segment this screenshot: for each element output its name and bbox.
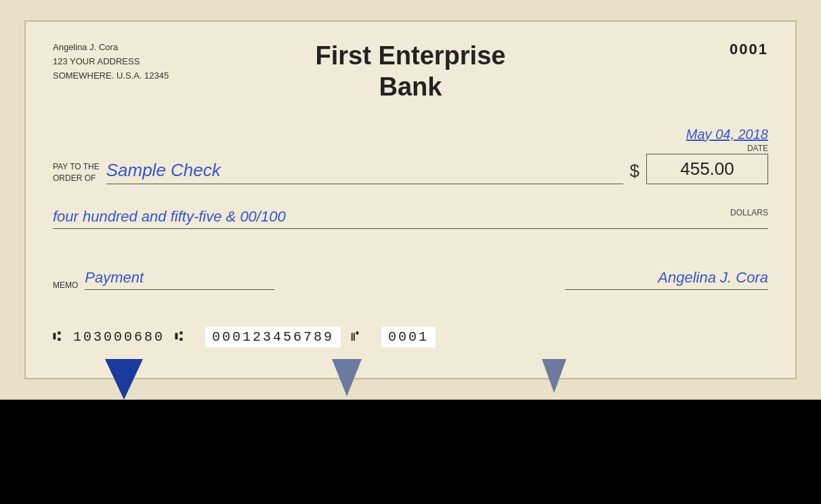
- micr-account-number: 000123456789: [205, 327, 341, 348]
- dollar-sign: $: [630, 161, 639, 184]
- memo-left: MEMO Payment: [53, 269, 274, 290]
- memo-section: MEMO Payment Angelina J. Cora: [53, 269, 768, 290]
- micr-account-close: ⑈: [341, 329, 381, 345]
- account-arrow: [332, 359, 362, 396]
- memo-label: MEMO: [53, 280, 78, 290]
- pay-to-name: Sample Check: [106, 160, 221, 180]
- micr-check-number: 0001: [381, 327, 436, 348]
- signature-value: Angelina J. Cora: [658, 269, 768, 286]
- check: 0001 First Enterprise Bank Angelina J. C…: [24, 20, 797, 379]
- micr-routing-number: 103000680: [73, 329, 165, 345]
- date-label: DATE: [686, 144, 768, 153]
- micr-routing-open: ⑆: [53, 329, 73, 345]
- pay-to-section: PAY TO THE ORDER OF Sample Check $ 455.0…: [53, 154, 768, 184]
- check-wrapper: 0001 First Enterprise Bank Angelina J. C…: [0, 0, 821, 400]
- check-arrow: [542, 359, 566, 393]
- memo-value: Payment: [85, 269, 144, 286]
- check-number-top: 0001: [730, 41, 768, 58]
- written-amount-section: four hundred and fifty-five & 00/100 DOL…: [53, 208, 768, 229]
- address-line2: SOMEWHERE. U.S.A. 12345: [53, 69, 169, 83]
- routing-arrow: [105, 359, 143, 400]
- pay-to-label: PAY TO THE ORDER OF: [53, 161, 100, 184]
- pay-to-line: Sample Check: [106, 160, 623, 184]
- dollars-label: DOLLARS: [730, 208, 768, 217]
- address-block: Angelina J. Cora 123 YOUR ADDRESS SOMEWH…: [53, 41, 169, 83]
- date-value: May 04, 2018: [686, 127, 768, 142]
- signature-line: Angelina J. Cora: [565, 269, 768, 290]
- amount-value: 455.00: [680, 159, 734, 179]
- bottom-section: ROUTING number Account number Check numb…: [0, 400, 821, 504]
- amount-box: 455.00: [646, 154, 768, 184]
- bank-name: First Enterprise Bank: [316, 41, 506, 102]
- written-amount: four hundred and fifty-five & 00/100: [53, 208, 768, 229]
- date-area: May 04, 2018 DATE: [686, 127, 768, 153]
- address-name: Angelina J. Cora: [53, 41, 169, 55]
- memo-line: Payment: [85, 269, 274, 290]
- address-line1: 123 YOUR ADDRESS: [53, 55, 169, 69]
- micr-section: ⑆ 103000680 ⑆ 000123456789 ⑈ 0001: [53, 327, 768, 348]
- micr-routing-close: ⑆: [165, 329, 205, 345]
